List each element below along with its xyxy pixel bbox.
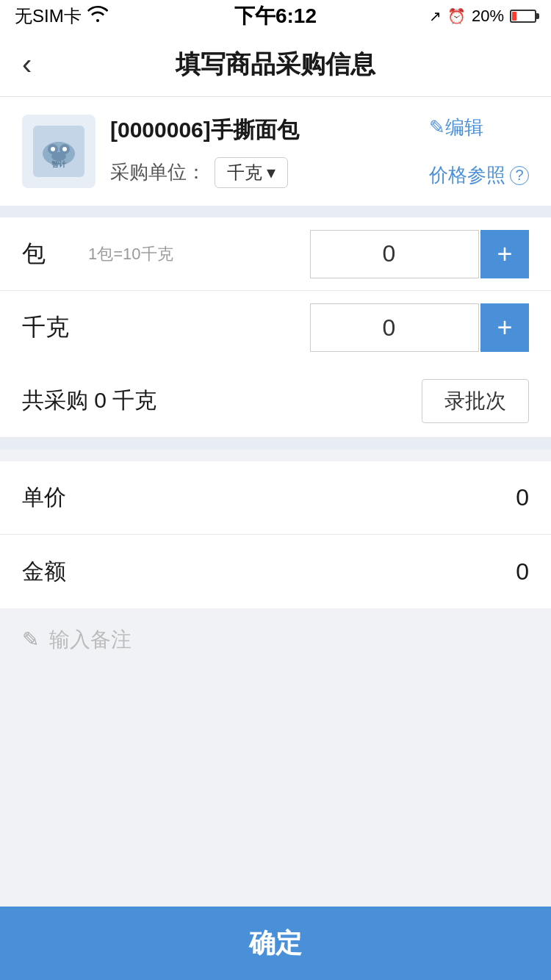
summary-text: 共采购 0 千克 [22, 386, 422, 416]
summary-row: 共采购 0 千克 录批次 [0, 364, 551, 438]
product-unit-row: 采购单位： 千克 ▾ [110, 157, 414, 188]
unit-price-label: 单价 [22, 483, 516, 513]
alarm-icon: ⏰ [447, 7, 466, 25]
dropdown-arrow-icon: ▾ [267, 162, 276, 183]
svg-point-4 [62, 147, 67, 151]
product-name: [0000006]手撕面包 [110, 115, 414, 145]
back-button[interactable]: ‹ [22, 48, 32, 81]
battery-pct-label: 20% [472, 7, 504, 26]
svg-point-3 [51, 147, 55, 151]
location-icon: ↗ [429, 7, 442, 25]
carrier-label: 无SIM卡 [15, 4, 82, 28]
batch-button[interactable]: 录批次 [422, 379, 529, 423]
nav-bar: ‹ 填写商品采购信息 [0, 32, 551, 97]
pack-plus-button[interactable]: + [480, 230, 529, 278]
unit-value: 千克 [227, 161, 262, 184]
price-ref-label: 价格参照 [429, 162, 505, 188]
battery-icon [510, 10, 536, 23]
product-card: 智计 [0000006]手撕面包 采购单位： 千克 ▾ ✎编辑 价格参照 ? [0, 97, 551, 206]
kg-quantity-input[interactable] [310, 303, 479, 352]
pack-quantity-input[interactable] [310, 230, 479, 278]
wifi-icon [87, 6, 108, 26]
status-bar-right: ↗ ⏰ 20% [429, 7, 536, 26]
product-right: ✎编辑 价格参照 ? [429, 115, 529, 188]
amount-row: 金额 0 [0, 535, 551, 608]
kg-label: 千克 [22, 311, 81, 344]
pack-label: 包 [22, 238, 81, 270]
unit-price-row: 单价 0 [0, 461, 551, 535]
kg-input-group: + [310, 303, 529, 352]
pack-row: 包 1包=10千克 + [0, 217, 551, 291]
input-section: 包 1包=10千克 + 千克 + [0, 217, 551, 364]
notes-section[interactable]: ✎ 输入备注 [0, 608, 551, 785]
unit-prefix-label: 采购单位： [110, 159, 206, 185]
pack-input-group: + [310, 230, 529, 278]
kg-plus-button[interactable]: + [480, 303, 529, 352]
product-logo: 智计 [33, 126, 84, 177]
kg-row: 千克 + [0, 291, 551, 364]
product-thumbnail: 智计 [22, 115, 96, 188]
section-divider-2 [0, 438, 551, 450]
price-ref-help-icon: ? [510, 166, 529, 185]
pack-sublabel: 1包=10千克 [88, 243, 310, 265]
edit-button[interactable]: ✎编辑 [429, 115, 483, 140]
status-bar-left: 无SIM卡 [15, 4, 108, 28]
status-bar: 无SIM卡 下午6:12 ↗ ⏰ 20% [0, 0, 551, 32]
unit-select[interactable]: 千克 ▾ [215, 157, 288, 188]
section-divider-1 [0, 206, 551, 217]
notes-placeholder-text: 输入备注 [49, 626, 132, 654]
product-info: [0000006]手撕面包 采购单位： 千克 ▾ [110, 115, 414, 188]
amount-value: 0 [516, 558, 529, 586]
spacer [0, 785, 551, 907]
page-title: 填写商品采购信息 [176, 48, 375, 82]
amount-label: 金额 [22, 557, 516, 587]
unit-price-value: 0 [516, 484, 529, 511]
svg-text:智计: 智计 [51, 160, 67, 168]
price-ref-button[interactable]: 价格参照 ? [429, 162, 529, 188]
status-bar-time: 下午6:12 [234, 2, 317, 30]
confirm-button[interactable]: 确定 [0, 907, 551, 980]
notes-pencil-icon: ✎ [22, 627, 39, 652]
price-section: 单价 0 金额 0 [0, 461, 551, 608]
